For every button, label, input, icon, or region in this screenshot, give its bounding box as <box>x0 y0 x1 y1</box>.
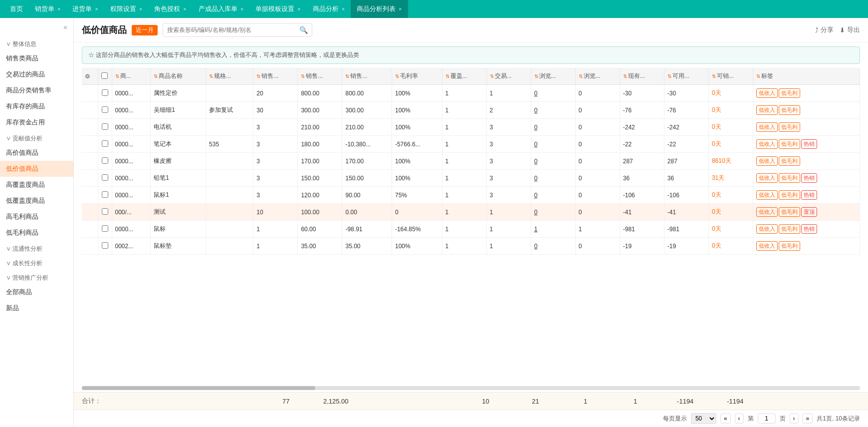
cell-view1[interactable]: 0 <box>531 136 575 153</box>
col-sale-qty[interactable]: ⇅销售... <box>253 68 298 85</box>
view1-value[interactable]: 0 <box>534 192 538 199</box>
col-code[interactable]: ⇅商... <box>112 68 151 85</box>
sidebar-group-liquidity[interactable]: ∨ 流通性分析 <box>0 241 73 255</box>
search-icon[interactable]: 🔍 <box>299 26 308 34</box>
search-box[interactable]: 🔍 <box>163 23 312 37</box>
view1-value[interactable]: 1 <box>534 226 538 233</box>
col-tags[interactable]: ⇅标签 <box>753 68 860 85</box>
cell-view1[interactable]: 0 <box>531 102 575 119</box>
sidebar-item-high-coverage[interactable]: 高覆盖度商品 <box>0 177 73 193</box>
close-icon[interactable]: × <box>57 6 60 12</box>
nav-purchase-order[interactable]: 进货单 × <box>66 0 104 18</box>
nav-permission-settings[interactable]: 权限设置 × <box>104 0 148 18</box>
nav-product-warehousing[interactable]: 产成品入库单 × <box>193 0 249 18</box>
sidebar-item-high-value[interactable]: 高价值商品 <box>0 145 73 161</box>
nav-role-auth[interactable]: 角色授权 × <box>148 0 192 18</box>
footer-sale-amount: 2,125.00 <box>311 398 361 405</box>
sidebar-item-all-products[interactable]: 全部商品 <box>0 284 73 300</box>
view1-value[interactable]: 0 <box>534 90 538 97</box>
view1-value[interactable]: 0 <box>534 158 538 165</box>
nav-product-analysis[interactable]: 商品分析 × <box>307 0 351 18</box>
col-name[interactable]: ⇅商品名称 <box>151 68 206 85</box>
cell-view1[interactable]: 0 <box>531 170 575 187</box>
per-page-select[interactable]: 50 100 200 <box>691 413 716 424</box>
row-checkbox[interactable] <box>102 225 108 232</box>
sidebar-item-sales-products[interactable]: 销售类商品 <box>0 50 73 66</box>
first-page-button[interactable]: « <box>720 414 731 424</box>
col-settings[interactable]: ⚙ <box>82 68 98 85</box>
sidebar-item-stocked-products[interactable]: 有库存的商品 <box>0 98 73 114</box>
row-checkbox[interactable] <box>102 242 108 249</box>
row-checkbox[interactable] <box>102 140 108 147</box>
share-button[interactable]: ⤴ 分享 <box>815 25 834 34</box>
sidebar-group-contribution[interactable]: ∨ 贡献值分析 <box>0 130 73 145</box>
nav-sales-order[interactable]: 销货单 × <box>29 0 66 18</box>
cell-view1[interactable]: 0 <box>531 119 575 136</box>
horizontal-scrollbar[interactable] <box>82 386 860 390</box>
sidebar-item-stock-capital[interactable]: 库存资金占用 <box>0 114 73 130</box>
close-icon[interactable]: × <box>240 6 243 12</box>
cell-code: 0000... <box>112 136 151 153</box>
sidebar-item-category-sales-rate[interactable]: 商品分类销售率 <box>0 82 73 98</box>
current-page-input[interactable] <box>758 414 776 424</box>
row-checkbox[interactable] <box>102 89 108 96</box>
col-sale-amount[interactable]: ⇅销售... <box>298 68 342 85</box>
last-page-button[interactable]: » <box>803 414 813 424</box>
view1-value[interactable]: 0 <box>534 175 538 182</box>
next-page-button[interactable]: › <box>790 414 799 424</box>
nav-product-analysis-list[interactable]: 商品分析列表 × <box>351 0 408 18</box>
close-icon[interactable]: × <box>183 6 186 12</box>
nav-template-settings[interactable]: 单据模板设置 × <box>249 0 306 18</box>
export-button[interactable]: ⬇ 导出 <box>840 25 860 34</box>
col-current-stock[interactable]: ⇅现有... <box>620 68 664 85</box>
prev-page-button[interactable]: ‹ <box>735 414 744 424</box>
col-view2[interactable]: ⇅浏览... <box>575 68 620 85</box>
row-checkbox[interactable] <box>102 191 108 198</box>
sidebar-item-traded-products[interactable]: 交易过的商品 <box>0 66 73 82</box>
col-sale-cost[interactable]: ⇅销售... <box>342 68 392 85</box>
close-icon[interactable]: × <box>297 6 300 12</box>
col-available[interactable]: ⇅可用... <box>664 68 708 85</box>
sidebar-group-overall[interactable]: ∨ 整体信息 <box>0 36 73 50</box>
view1-value[interactable]: 0 <box>534 107 538 114</box>
close-icon[interactable]: × <box>399 6 402 12</box>
sidebar-group-marketing[interactable]: ∨ 营销推广分析 <box>0 270 73 284</box>
view1-value[interactable]: 0 <box>534 141 538 148</box>
cell-saleable: 0天 <box>708 204 753 221</box>
close-icon[interactable]: × <box>95 6 98 12</box>
col-transaction[interactable]: ⇅交易... <box>486 68 531 85</box>
select-all-checkbox[interactable] <box>101 72 108 79</box>
row-checkbox[interactable] <box>102 106 108 113</box>
col-saleable[interactable]: ⇅可销... <box>708 68 753 85</box>
col-gross-margin[interactable]: ⇅毛利率 <box>392 68 442 85</box>
col-spec[interactable]: ⇅规格... <box>206 68 253 85</box>
cell-view1[interactable]: 0 <box>531 187 575 204</box>
search-input[interactable] <box>167 26 299 33</box>
close-icon[interactable]: × <box>342 6 345 12</box>
cell-view1[interactable]: 0 <box>531 85 575 102</box>
nav-home[interactable]: 首页 <box>4 0 29 18</box>
sidebar-item-high-margin[interactable]: 高毛利商品 <box>0 209 73 225</box>
row-checkbox[interactable] <box>102 208 108 215</box>
cell-view1[interactable]: 0 <box>531 204 575 221</box>
view1-value[interactable]: 0 <box>534 243 538 250</box>
sidebar-item-new-products[interactable]: 新品 <box>0 300 73 316</box>
cell-view1[interactable]: 1 <box>531 221 575 238</box>
sidebar-group-growth[interactable]: ∨ 成长性分析 <box>0 255 73 270</box>
collapse-sidebar-button[interactable]: « <box>61 21 69 33</box>
sidebar-item-low-coverage[interactable]: 低覆盖度商品 <box>0 193 73 209</box>
row-checkbox[interactable] <box>102 123 108 130</box>
col-coverage[interactable]: ⇅覆盖... <box>442 68 486 85</box>
period-button[interactable]: 近一月 <box>132 25 158 35</box>
cell-view1[interactable]: 0 <box>531 238 575 255</box>
close-icon[interactable]: × <box>139 6 142 12</box>
view1-value[interactable]: 0 <box>534 124 538 131</box>
scroll-thumb[interactable] <box>82 386 315 390</box>
view1-value[interactable]: 0 <box>534 209 538 216</box>
sidebar-item-low-value[interactable]: 低价值商品 <box>0 161 73 177</box>
row-checkbox[interactable] <box>102 174 108 181</box>
sidebar-item-low-margin[interactable]: 低毛利商品 <box>0 225 73 241</box>
col-view1[interactable]: ⇅浏览... <box>531 68 575 85</box>
row-checkbox[interactable] <box>102 157 108 164</box>
cell-view1[interactable]: 0 <box>531 153 575 170</box>
